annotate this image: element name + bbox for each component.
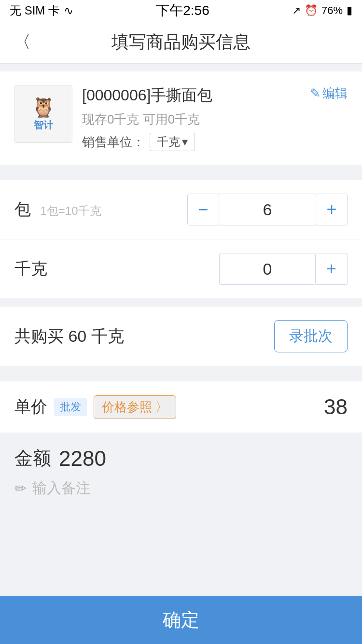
product-unit-row: 销售单位： 千克 ▾ [82,133,300,151]
price-value: 38 [324,395,348,419]
wholesale-badge: 批发 [54,398,87,416]
total-row: 共购买 60 千克 录批次 [0,307,362,366]
product-logo: 🦉 智计 [31,96,56,132]
product-card: 🦉 智计 [0000006]手撕面包 现存0千克 可用0千克 销售单位： 千克 … [0,71,362,165]
alarm-icon: ⏰ [305,4,318,17]
battery-label: 76% [321,4,343,17]
confirm-button[interactable]: 确定 [0,596,362,644]
location-icon: ↗ [292,4,301,17]
price-section: 单价 批发 价格参照 〉 38 [0,381,362,433]
kg-label: 千克 [14,258,219,280]
status-right: ↗ ⏰ 76% ▮ [292,4,352,17]
amount-label: 金额 [14,446,51,471]
product-thumbnail: 🦉 智计 [14,85,72,143]
price-row: 单价 批发 价格参照 〉 38 [14,395,348,419]
edit-label: 编辑 [322,85,348,102]
product-stock: 现存0千克 可用0千克 [82,111,300,128]
remark-placeholder[interactable]: 输入备注 [32,478,90,498]
amount-section: 金额 2280 ✏ 输入备注 [0,433,362,508]
pack-qty-row: 包 1包=10千克 − + [0,180,362,239]
kg-controls: + [219,253,348,285]
amount-row: 金额 2280 [14,446,348,471]
edit-button[interactable]: ✎ 编辑 [310,85,348,102]
remark-icon: ✏ [14,480,27,497]
page-title: 填写商品购买信息 [111,30,251,54]
divider-1 [0,165,362,172]
divider-2 [0,366,362,374]
remark-row[interactable]: ✏ 输入备注 [14,478,348,498]
unit-badge[interactable]: 千克 ▾ [150,133,195,151]
batch-button[interactable]: 录批次 [274,320,348,352]
pack-section: 包 1包=10千克 − + 千克 + [0,180,362,299]
battery-icon: ▮ [347,4,352,17]
total-text: 共购买 60 千克 [14,325,124,348]
pack-minus-button[interactable]: − [187,194,219,225]
pack-label-text: 包 [14,200,31,218]
price-label: 单价 [14,396,47,418]
product-name: [0000006]手撕面包 [82,85,300,106]
amount-value: 2280 [59,447,106,471]
pack-label: 包 1包=10千克 [14,198,187,221]
edit-icon: ✎ [310,86,320,101]
pack-controls: − + [187,194,348,225]
kg-quantity-input[interactable] [219,253,316,285]
unit-label: 销售单位： [82,134,145,151]
wifi-icon: ∿ [64,4,73,17]
price-ref-button[interactable]: 价格参照 〉 [94,395,176,419]
nav-bar: 〈 填写商品购买信息 [0,21,362,64]
unit-value: 千克 [157,134,180,150]
price-left: 单价 批发 价格参照 〉 [14,395,176,419]
confirm-label: 确定 [163,608,199,632]
product-info: [0000006]手撕面包 现存0千克 可用0千克 销售单位： 千克 ▾ [82,85,300,151]
pack-quantity-input[interactable] [219,194,316,225]
back-button[interactable]: 〈 [14,30,31,54]
kg-qty-row: 千克 + [0,239,362,299]
sim-label: 无 SIM 卡 [10,3,60,18]
pack-hint: 1包=10千克 [40,204,101,217]
status-bar: 无 SIM 卡 ∿ 下午2:56 ↗ ⏰ 76% ▮ [0,0,362,21]
status-time: 下午2:56 [156,1,209,20]
kg-plus-button[interactable]: + [316,253,348,285]
pack-plus-button[interactable]: + [316,194,348,225]
status-left: 无 SIM 卡 ∿ [10,3,73,18]
unit-chevron-icon: ▾ [182,135,188,149]
